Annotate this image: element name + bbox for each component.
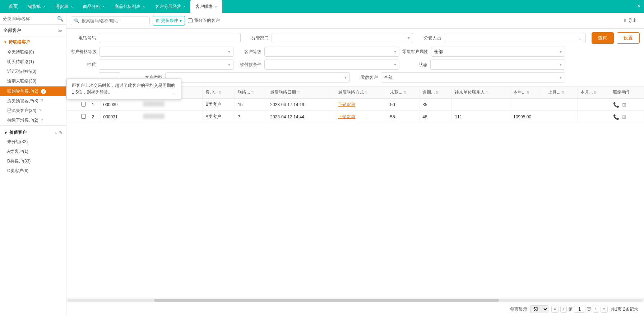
row1-last-method[interactable]: 下销货单 [335, 99, 387, 111]
th-customer-level: 客户... ⇅ [203, 86, 235, 99]
sort-customer-level[interactable]: ⇅ [219, 90, 222, 94]
row2-phone-icon[interactable]: 📞 [613, 114, 619, 120]
row2-contact-count: 7 [235, 111, 267, 123]
more-conditions-btn[interactable]: ⊞ 更多条件 ▾ [153, 16, 185, 25]
search-input[interactable] [82, 18, 147, 23]
sidebar-item-c-class[interactable]: C类客户(6) [0, 166, 66, 176]
sort-this-month[interactable]: ⇅ [594, 90, 597, 94]
nav-product-list-close[interactable]: × [143, 4, 145, 9]
sidebar-collapse-btn[interactable]: ≫ [58, 28, 62, 33]
nav-product-analysis-list[interactable]: 商品分析列表 × [110, 0, 150, 13]
per-page-select[interactable]: 20 50 100 [530, 305, 548, 313]
nav-contact-close[interactable]: × [215, 4, 217, 9]
row2-last-method[interactable]: 下销货单 [335, 111, 387, 123]
nav-purchase-close[interactable]: × [70, 4, 73, 9]
nav-sales-order-close[interactable]: × [43, 4, 45, 9]
export-label: 导出 [628, 18, 637, 24]
nav-customer-contact[interactable]: 客户联络 × [190, 0, 222, 13]
th-this-year: 本年... ⇅ [510, 86, 545, 99]
sidebar-item-today-pending[interactable]: 今天待联络(0) [0, 47, 66, 57]
sidebar-item-7day-pending[interactable]: 近7天待联络(0) [0, 67, 66, 76]
row2-name [140, 111, 202, 123]
settings-button[interactable]: 设置 [617, 32, 640, 44]
row2-last-month [545, 111, 578, 123]
nav-sales-order[interactable]: 销货单 × [23, 0, 50, 13]
sidebar-item-a-class[interactable]: A类客户(1) [0, 147, 66, 156]
row2-company-contact: 111 [452, 111, 510, 123]
sort-last-method[interactable]: ⇅ [365, 90, 368, 94]
window-close-button[interactable]: × [637, 3, 640, 9]
value-edit-icon[interactable]: ✎ [59, 130, 62, 135]
nav-product-analysis[interactable]: 商品分析 × [78, 0, 110, 13]
retail-customer-select[interactable]: 全部 ▾ [381, 72, 565, 82]
customer-level-select[interactable]: ▾ [264, 47, 399, 57]
first-page-btn[interactable]: « [551, 306, 559, 313]
query-button[interactable]: 查询 [592, 32, 614, 44]
sort-this-year[interactable]: ⇅ [527, 90, 529, 94]
retail-attr-select[interactable]: 全部 ▾ [431, 47, 565, 57]
sidebar-all-customers-header[interactable]: 全部客户 ≫ [0, 25, 66, 37]
customer-type-select[interactable]: ▾ [165, 72, 349, 82]
nav-segment-close[interactable]: × [183, 4, 185, 9]
export-button[interactable]: ⬆ 导出 [620, 16, 640, 25]
row1-select-checkbox[interactable] [81, 102, 86, 107]
pending-section-title[interactable]: ▼ 待联络客户 [0, 37, 66, 47]
last-page-btn[interactable]: » [601, 306, 608, 313]
value-circle-icon[interactable]: ○ [55, 130, 57, 135]
retail-customer-arrow: ▾ [560, 75, 562, 80]
tooltip-ellipsis: ... [173, 90, 177, 96]
sidebar-item-tomorrow-pending[interactable]: 明天待联络(1) [0, 57, 66, 67]
pending-contact-section: ▼ 待联络客户 今天待联络(0) 明天待联络(1) 近7天待联络(0) 逾期未联… [0, 37, 66, 86]
phone-input[interactable] [99, 33, 241, 43]
person-filter-cell: 分管人员 ... [416, 33, 586, 43]
filter-row-1: 电话号码 分管部门 ▾ 分管人员 ... [71, 32, 640, 44]
sort-overdue[interactable]: ⇅ [436, 90, 439, 94]
status-arrow: ▾ [560, 62, 562, 67]
sidebar-item-ungroup[interactable]: 未分组(32) [0, 137, 66, 147]
dept-select[interactable]: ▾ [272, 33, 413, 43]
sort-last-date[interactable]: ⇅ [297, 90, 300, 94]
main-layout: 🔍 全部客户 ≫ ▼ 待联络客户 今天待联络(0) 明天待联络(1) 近7天待联… [0, 13, 644, 316]
row1-company-contact [452, 99, 510, 111]
nav-product-analysis-close[interactable]: × [102, 4, 105, 9]
next-page-btn[interactable]: › [593, 306, 599, 313]
value-customers-section: ▼ 价值客户 ○ ✎ 未分组(32) A类客户(1) B类客户(33) C类客户… [0, 126, 66, 178]
sort-company-contact[interactable]: ⇅ [486, 90, 489, 94]
nav-home[interactable]: 首页 [4, 0, 23, 13]
row1-grid-icon[interactable]: ⊞ [622, 102, 626, 108]
payment-select[interactable]: ▾ [264, 60, 399, 70]
price-level-select[interactable]: ▾ [99, 47, 233, 57]
value-section-title[interactable]: ▼ 价值客户 ○ ✎ [0, 128, 66, 137]
customer-type-arrow: ▾ [344, 75, 347, 80]
row2-grid-icon[interactable]: ⊞ [622, 114, 626, 120]
person-select[interactable]: ... [444, 33, 586, 43]
sidebar-item-repurchase-anomaly[interactable]: 回购异常客户(2) ? [0, 86, 66, 96]
sort-contact-count[interactable]: ⇅ [251, 90, 254, 94]
horizontal-scrollbar[interactable] [66, 298, 644, 302]
page-number-input[interactable] [574, 306, 585, 313]
sidebar-item-loss-warning[interactable]: 流失预警客户(3) ? [0, 96, 66, 106]
scroll-thumb[interactable] [154, 299, 499, 302]
sort-uncontacted[interactable]: ⇅ [403, 90, 406, 94]
my-customer-checkbox[interactable] [188, 18, 193, 23]
sidebar-item-b-class[interactable]: B类客户(33) [0, 156, 66, 166]
row2-action-icons: 📞 ⊞ [613, 114, 641, 120]
page-suffix: 页 [587, 306, 591, 312]
dept-label: 分管部门 [244, 35, 269, 41]
nav-customer-segment[interactable]: 客户分层经营 × [150, 0, 190, 13]
customer-level-label: 客户等级 [236, 49, 261, 55]
gender-select[interactable]: ▾ [99, 60, 233, 70]
sidebar-item-declining[interactable]: 持续下滑客户(2) ? [0, 115, 66, 125]
sidebar-item-lost-customers[interactable]: 已流失客户(24) ? [0, 106, 66, 115]
sidebar-search-input[interactable] [3, 16, 57, 21]
row2-action: 📞 ⊞ [610, 111, 644, 123]
action-buttons: 查询 设置 [592, 32, 640, 44]
content-area: 🔍 ⊞ 更多条件 ▾ 我分管的客户 ⬆ 导出 电话号码 [66, 13, 644, 316]
row2-select-checkbox[interactable] [81, 114, 86, 119]
sort-last-month[interactable]: ⇅ [561, 90, 564, 94]
status-select[interactable]: ▾ [430, 60, 565, 70]
nav-purchase-order[interactable]: 进货单 × [50, 0, 78, 13]
row1-phone-icon[interactable]: 📞 [613, 102, 619, 108]
sidebar-item-overdue-pending[interactable]: 逾期未联络(30) [0, 76, 66, 86]
prev-page-btn[interactable]: ‹ [560, 306, 567, 313]
